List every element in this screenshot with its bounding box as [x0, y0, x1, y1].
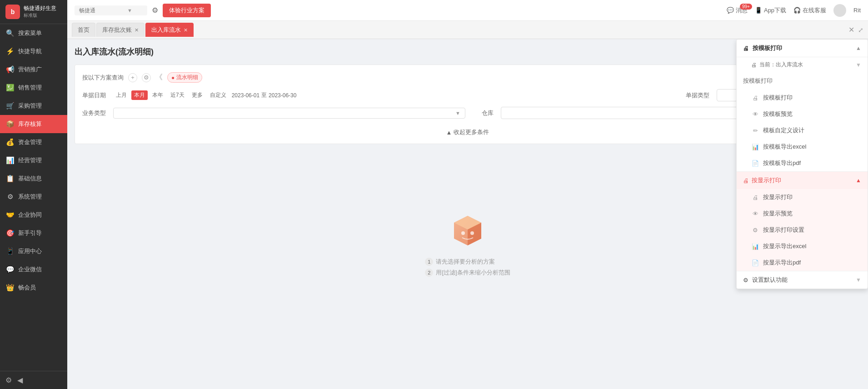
industry-btn[interactable]: 体验行业方案 [163, 4, 211, 17]
dropdown-current-item[interactable]: 🖨 当前：出入库流水 ▼ [737, 57, 868, 72]
settings-bottom-icon[interactable]: ⚙ [5, 376, 12, 384]
active-filter-tag[interactable]: ● 流水明细 [167, 72, 202, 83]
shortcut-custom[interactable]: 自定义 [207, 90, 229, 100]
shortcut-more[interactable]: 更多 [189, 90, 205, 100]
topbar-search-dropdown-icon: ▼ [127, 8, 132, 13]
sidebar-item-operations[interactable]: 📊 经营管理 [0, 151, 67, 170]
sidebar-item-member-label: 畅会员 [18, 284, 36, 292]
dropdown-item-template-custom[interactable]: ✏ 模板自定义设计 [737, 122, 868, 139]
topbar-search-wrap[interactable]: ▼ [75, 5, 147, 15]
filter-setting-btn[interactable]: ⚙ [142, 73, 151, 82]
biz-type-select[interactable]: ▼ [113, 108, 465, 119]
sidebar-item-finance[interactable]: 💰 资金管理 [0, 133, 67, 151]
window-controls: ✕ ⤢ [848, 25, 863, 34]
sidebar-item-member[interactable]: 👑 畅会员 [0, 279, 67, 297]
basic-icon: 📋 [5, 174, 15, 183]
dropdown-item-display-settings[interactable]: ⚙ 按显示打印设置 [737, 222, 868, 238]
tab-home[interactable]: 首页 [72, 23, 95, 37]
dropdown-item-template-pdf[interactable]: 📄 按模板导出pdf [737, 155, 868, 171]
dropdown-item-template-print[interactable]: 🖨 按模板打印 [737, 90, 868, 106]
dropdown-panel: 🖨 按模板打印 ▲ 🖨 当前：出入库流水 ▼ 按模板打印 🖨 [736, 39, 868, 289]
sidebar-item-inventory[interactable]: 📦 库存核算 [0, 115, 67, 133]
dropdown-item-template-preview[interactable]: 👁 按模板预览 [737, 106, 868, 122]
sales-icon: 💹 [5, 83, 15, 92]
filter-tag-icon: ● [171, 75, 175, 81]
sidebar-item-sales[interactable]: 💹 销售管理 [0, 79, 67, 97]
sidebar-item-guide[interactable]: 🎯 新手引导 [0, 224, 67, 242]
tab-batch[interactable]: 库存批次账 ✕ [96, 23, 145, 37]
display-excel-icon: 📊 [751, 242, 759, 250]
default-function-row[interactable]: ⚙ 设置默认功能 ▼ [737, 271, 868, 289]
date-shortcuts: 上月 本月 本年 近7天 更多 自定义 [113, 90, 229, 100]
sidebar-item-wechat[interactable]: 💬 企业微信 [0, 260, 67, 279]
search-icon: 🔍 [5, 29, 15, 38]
template-print-section-header[interactable]: 按模板打印 [737, 72, 868, 90]
logo-icon: b [5, 5, 20, 19]
sidebar-item-search[interactable]: 🔍 搜索菜单 [0, 24, 67, 42]
dropdown-panel-header[interactable]: 🖨 按模板打印 ▲ [737, 40, 868, 57]
tab-flow-close[interactable]: ✕ [184, 27, 188, 33]
sidebar-item-quicknav[interactable]: ⚡ 快捷导航 [0, 42, 67, 60]
shortcut-7days[interactable]: 近7天 [168, 90, 187, 100]
display-pdf-label: 按显示导出pdf [763, 259, 801, 267]
sidebar-item-finance-label: 资金管理 [18, 138, 42, 146]
member-icon: 👑 [5, 283, 15, 292]
shortcut-last-month[interactable]: 上月 [113, 90, 130, 100]
dropdown-item-display-print[interactable]: 🖨 按显示打印 [737, 189, 868, 205]
apps-icon: 📱 [5, 247, 15, 256]
tip-num-2: 2 [425, 269, 433, 277]
filter-add-btn[interactable]: + [128, 73, 137, 82]
window-close-icon[interactable]: ✕ [848, 25, 854, 34]
display-pdf-icon: 📄 [751, 259, 759, 267]
dropdown-item-display-preview[interactable]: 👁 按显示预览 [737, 205, 868, 222]
empty-tip-2: 2 用[过滤]条件来缩小分析范围 [425, 269, 510, 277]
tab-batch-close[interactable]: ✕ [135, 27, 139, 33]
sidebar-item-operations-label: 经营管理 [18, 156, 42, 165]
shortcut-this-month[interactable]: 本月 [131, 90, 148, 100]
dropdown-header-print-icon: 🖨 [743, 45, 749, 52]
topbar-search-input[interactable] [79, 7, 125, 14]
dropdown-header-label: 按模板打印 [753, 44, 782, 52]
content-area: 出入库流水(流水明细) 🖨 按模板打印 ▲ … 📤 导出 🔄 刷新 [67, 39, 868, 389]
user-avatar[interactable] [833, 4, 846, 17]
app-name: 畅捷通好生意 [24, 5, 56, 12]
svg-point-3 [461, 231, 465, 235]
collapse-sidebar-icon[interactable]: ◀ [17, 376, 23, 384]
collab-icon: 🤝 [5, 210, 15, 219]
shortcut-this-year[interactable]: 本年 [150, 90, 166, 100]
filter-collapse-icon[interactable]: 《 [155, 73, 163, 82]
sidebar-item-collab[interactable]: 🤝 企业协同 [0, 206, 67, 224]
sidebar-item-basic[interactable]: 📋 基础信息 [0, 170, 67, 188]
dropdown-item-display-excel[interactable]: 📊 按显示导出excel [737, 238, 868, 254]
template-custom-icon: ✏ [751, 126, 759, 135]
sidebar-item-system[interactable]: ⚙ 系统管理 [0, 188, 67, 206]
sidebar-item-collab-label: 企业协同 [18, 211, 42, 219]
service-icon: 🎧 [793, 7, 801, 14]
dropdown-item-display-pdf[interactable]: 📄 按显示导出pdf [737, 254, 868, 271]
biz-type-label: 业务类型 [82, 109, 106, 117]
collapse-more-btn[interactable]: ▲ 收起更多条件 [446, 128, 489, 136]
tab-flow[interactable]: 出入库流水 ✕ [145, 23, 194, 37]
template-print-section-label: 按模板打印 [743, 77, 773, 85]
app-download-label: App下载 [764, 6, 786, 15]
topbar-notice[interactable]: 💬 消息 99+ [727, 6, 748, 15]
main-area: ▼ ⚙ 体验行业方案 💬 消息 99+ 📱 App下载 🎧 在线客服 Rit 首… [67, 0, 868, 389]
window-expand-icon[interactable]: ⤢ [858, 26, 863, 34]
tip-num-1: 1 [425, 258, 433, 266]
sidebar-item-inventory-label: 库存核算 [18, 120, 42, 128]
display-print-section-arrow: ▲ [856, 177, 861, 184]
topbar: ▼ ⚙ 体验行业方案 💬 消息 99+ 📱 App下载 🎧 在线客服 Rit [67, 0, 868, 21]
topbar-gear-icon[interactable]: ⚙ [152, 6, 158, 15]
topbar-online-service[interactable]: 🎧 在线客服 [793, 6, 826, 15]
app-badge: 标准版 [24, 12, 56, 19]
sidebar-item-apps-label: 应用中心 [18, 247, 42, 255]
display-print-section-header[interactable]: 🖨 按显示打印 ▲ [737, 172, 868, 189]
sidebar-item-purchase[interactable]: 🛒 采购管理 [0, 97, 67, 115]
topbar-app-download[interactable]: 📱 App下载 [755, 6, 786, 15]
default-function-arrow: ▼ [856, 277, 861, 283]
sidebar-item-apps[interactable]: 📱 应用中心 [0, 242, 67, 260]
dropdown-item-template-excel[interactable]: 📊 按模板导出excel [737, 139, 868, 155]
warehouse-label: 仓库 [482, 109, 494, 117]
display-print-icon: 🖨 [751, 193, 759, 201]
sidebar-item-marketing[interactable]: 📢 营销推广 [0, 60, 67, 79]
